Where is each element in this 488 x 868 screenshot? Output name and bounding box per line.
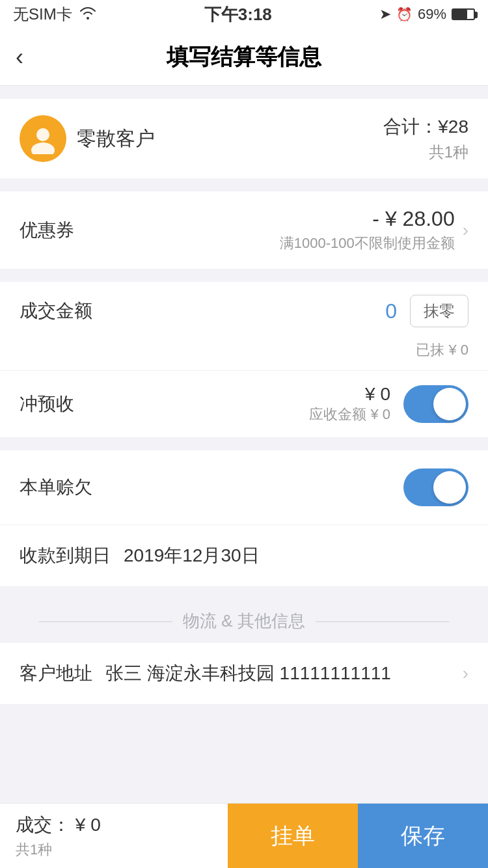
deal-section: 成交金额 0 抹零 已抹 ¥ 0 冲预收 ¥ 0 应收金额 ¥ 0 [0,282,488,437]
total-count: 共1种 [383,142,468,163]
page-title: 填写结算等信息 [167,42,321,72]
customer-avatar [20,115,66,162]
total-amount: 合计：¥28 [383,115,468,139]
due-date-value: 2019年12月30日 [124,543,260,568]
address-label: 客户地址 [20,661,92,686]
credit-row: 本单赊欠 [0,450,488,524]
bottom-info: 成交： ¥ 0 共1种 [0,804,228,868]
bottom-deal-row: 成交： ¥ 0 [16,813,212,837]
bottom-deal-label: 成交： [16,815,70,835]
carrier-label: 无SIM卡 [13,4,72,25]
svg-point-0 [36,128,49,141]
status-left: 无SIM卡 [13,4,97,25]
bottom-bar: 成交： ¥ 0 共1种 挂单 保存 [0,803,488,868]
alarm-icon: ⏰ [396,7,413,22]
deal-amount-right: 0 抹零 [385,295,468,327]
status-right: ➤ ⏰ 69% [379,6,475,23]
prepay-row: 冲预收 ¥ 0 应收金额 ¥ 0 [0,371,488,437]
battery-label: 69% [418,6,446,23]
due-date-label: 收款到期日 [20,543,111,568]
wifi-icon [79,5,97,23]
prepay-amount-block: ¥ 0 应收金额 ¥ 0 [309,384,390,424]
location-icon: ➤ [379,6,391,23]
credit-toggle[interactable] [403,468,468,506]
bottom-count: 共1种 [16,840,212,860]
customer-right: 合计：¥28 共1种 [383,115,468,163]
coupon-section: 优惠券 - ¥ 28.00 满1000-100不限制使用金额 › [0,191,488,269]
coupon-discount: - ¥ 28.00 [280,207,455,231]
round-zero-button[interactable]: 抹零 [410,295,468,327]
coupon-row[interactable]: 优惠券 - ¥ 28.00 满1000-100不限制使用金额 › [0,191,488,269]
address-section: 客户地址 张三 海淀永丰科技园 11111111111 › [0,643,488,704]
back-button[interactable]: ‹ [16,44,23,71]
deal-amount-label: 成交金额 [20,299,92,323]
customer-row: 零散客户 合计：¥28 共1种 [0,99,488,178]
coupon-chevron-icon: › [463,220,468,241]
deal-amount-row: 成交金额 0 抹零 [0,282,488,340]
deal-amount-value: 0 [385,299,397,323]
address-chevron-icon: › [463,663,468,684]
prepay-label: 冲预收 [20,392,74,416]
svg-point-1 [31,142,55,154]
status-time: 下午3:18 [204,3,272,26]
coupon-right: - ¥ 28.00 满1000-100不限制使用金额 › [280,207,468,253]
prepay-toggle[interactable] [403,385,468,423]
customer-left: 零散客户 [20,115,155,162]
due-date-row: 收款到期日 2019年12月30日 [0,525,488,586]
prepay-right: ¥ 0 应收金额 ¥ 0 [309,384,468,424]
divider-text: 物流 & 其他信息 [172,610,316,632]
status-bar: 无SIM卡 下午3:18 ➤ ⏰ 69% [0,0,488,29]
hold-order-button[interactable]: 挂单 [228,804,358,868]
bottom-deal-value: ¥ 0 [75,815,101,835]
credit-toggle-knob [433,471,466,504]
credit-section: 本单赊欠 收款到期日 2019年12月30日 [0,450,488,586]
battery-icon [452,8,475,20]
prepay-sub-text: 应收金额 ¥ 0 [309,405,390,424]
prepay-toggle-knob [433,388,466,420]
address-row[interactable]: 客户地址 张三 海淀永丰科技园 11111111111 › [0,643,488,704]
save-button[interactable]: 保存 [358,804,488,868]
customer-name: 零散客户 [77,126,155,152]
coupon-desc: 满1000-100不限制使用金额 [280,234,455,253]
deal-sub-text: 已抹 ¥ 0 [0,340,488,370]
nav-bar: ‹ 填写结算等信息 [0,29,488,86]
address-value: 张三 海淀永丰科技园 11111111111 [105,661,463,686]
customer-section: 零散客户 合计：¥28 共1种 [0,99,488,178]
credit-label: 本单赊欠 [20,475,92,500]
prepay-amount: ¥ 0 [309,384,390,405]
logistics-divider: 物流 & 其他信息 [0,599,488,643]
coupon-label: 优惠券 [20,218,74,243]
